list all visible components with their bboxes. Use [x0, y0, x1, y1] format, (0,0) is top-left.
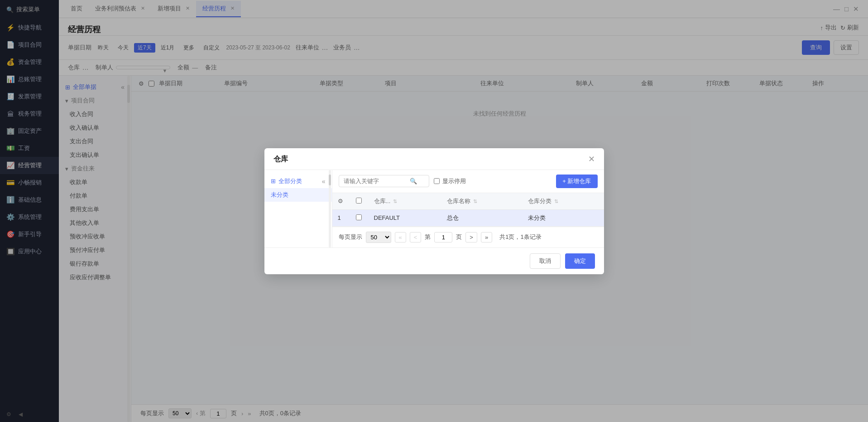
modal-page-size[interactable]: 50 100: [366, 232, 391, 243]
gear-icon[interactable]: ⚙: [338, 198, 343, 204]
confirm-button[interactable]: 确定: [565, 253, 595, 269]
modal-search-input[interactable]: [344, 178, 407, 184]
modal-prev-page-btn[interactable]: <: [410, 232, 422, 243]
modal-table: ⚙ 仓库... ⇅ 仓库名称: [332, 193, 604, 227]
col-checkbox-th: [350, 193, 369, 210]
col-warehouse-code[interactable]: 仓库... ⇅: [369, 193, 441, 210]
modal-first-page-btn[interactable]: «: [395, 232, 406, 243]
modal-close-button[interactable]: ✕: [588, 155, 595, 163]
show-disabled-checkbox-group: 显示停用: [434, 177, 466, 185]
show-disabled-label: 显示停用: [442, 177, 466, 185]
modal-per-page-label: 每页显示: [339, 233, 362, 241]
col-warehouse-category[interactable]: 仓库分类 ⇅: [523, 193, 604, 210]
row-name: 总仓: [441, 209, 523, 226]
show-disabled-checkbox[interactable]: [434, 178, 440, 184]
modal-page-input[interactable]: [434, 232, 452, 243]
modal-search-box: 🔍: [339, 175, 429, 187]
row-select-checkbox[interactable]: [356, 214, 362, 220]
modal-total-info: 共1页，1条记录: [499, 233, 541, 241]
uncategorized-label: 未分类: [271, 191, 288, 198]
modal-uncategorized[interactable]: 未分类: [264, 188, 332, 202]
col-settings-icon: ⚙: [332, 193, 350, 210]
modal-page-unit: 页: [456, 233, 462, 241]
modal-body: ⊞ 全部分类 « 未分类 🔍: [264, 170, 604, 247]
modal-toolbar: 🔍 显示停用 + 新增仓库: [332, 170, 604, 193]
row-code: DEFAULT: [369, 209, 441, 226]
row-settings: 1: [332, 209, 350, 226]
all-category-label: 全部分类: [278, 177, 302, 185]
modal-footer: 取消 确定: [264, 247, 604, 274]
warehouse-category-label: 仓库分类: [528, 198, 551, 204]
modal-header: 仓库 ✕: [264, 148, 604, 170]
modal-pagination: 每页显示 50 100 « < 第 页 > » 共1页，1条记录: [332, 227, 604, 247]
modal-select-all[interactable]: [356, 198, 362, 204]
modal-category-panel: ⊞ 全部分类 « 未分类: [264, 170, 332, 247]
search-icon2[interactable]: 🔍: [410, 178, 417, 184]
category-icon: ⊞: [271, 178, 276, 184]
sort-icon-name[interactable]: ⇅: [473, 199, 477, 204]
cancel-button[interactable]: 取消: [530, 253, 561, 269]
modal-right-panel: 🔍 显示停用 + 新增仓库 ⚙: [332, 170, 604, 247]
col-warehouse-name[interactable]: 仓库名称 ⇅: [441, 193, 523, 210]
modal-title: 仓库: [273, 155, 288, 164]
row-checkbox: [350, 209, 369, 226]
modal-collapse-btn[interactable]: «: [322, 178, 326, 185]
sort-icon-code[interactable]: ⇅: [393, 199, 397, 204]
table-row[interactable]: 1 DEFAULT 总仓: [332, 209, 604, 226]
row-category: 未分类: [523, 209, 604, 226]
warehouse-modal: 仓库 ✕ ⊞ 全部分类 « 未分类: [264, 148, 604, 274]
warehouse-name-label: 仓库名称: [447, 198, 470, 204]
modal-overlay: 仓库 ✕ ⊞ 全部分类 « 未分类: [0, 0, 868, 422]
warehouse-code-label: 仓库...: [374, 198, 391, 204]
sort-icon-category[interactable]: ⇅: [554, 199, 558, 204]
modal-all-category[interactable]: ⊞ 全部分类 «: [264, 175, 332, 188]
add-warehouse-button[interactable]: + 新增仓库: [556, 175, 597, 188]
modal-last-page-btn[interactable]: »: [481, 232, 492, 243]
modal-page-label: 第: [425, 233, 431, 241]
modal-next-page-btn[interactable]: >: [465, 232, 477, 243]
